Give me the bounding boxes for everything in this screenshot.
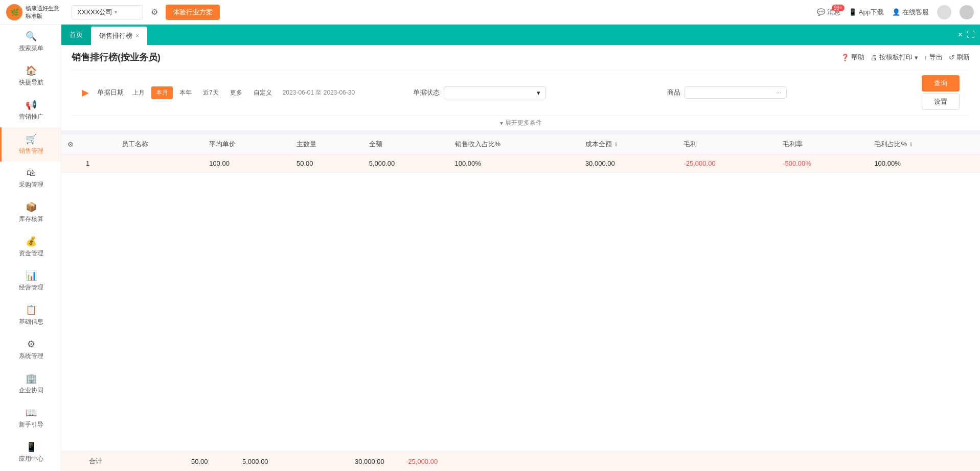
sidebar-item-system[interactable]: ⚙系统管理 xyxy=(0,332,61,367)
sidebar-item-operation[interactable]: 📊经营管理 xyxy=(0,264,61,298)
row-avg-price: 100.00 xyxy=(203,154,290,173)
tab-sales-ranking[interactable]: 销售排行榜 × xyxy=(91,27,147,45)
service-icon: 👤 xyxy=(892,8,900,16)
window-maximize-icon[interactable]: ⛶ xyxy=(967,30,975,39)
sidebar-item-appstore[interactable]: 📱应用中心 xyxy=(0,435,61,469)
app-download-button[interactable]: 📱 App下载 xyxy=(849,8,884,17)
row-name xyxy=(116,154,203,173)
page-title-row: 销售排行榜(按业务员) ❓ 帮助 🖨 按模板打印 ▾ ↑ xyxy=(72,51,970,63)
goods-input[interactable]: ··· xyxy=(685,86,787,99)
marketing-icon: 📢 xyxy=(26,99,37,110)
refresh-icon: ↺ xyxy=(949,54,954,61)
sidebar-item-purchase[interactable]: 🛍采购管理 xyxy=(0,162,61,195)
sidebar-item-guide[interactable]: 📖新手引导 xyxy=(0,401,61,435)
sidebar-item-label: 销售管理 xyxy=(19,147,43,155)
page-title: 销售排行榜(按业务员) xyxy=(72,51,161,63)
tab-close-icon[interactable]: × xyxy=(135,32,139,39)
expand-icon[interactable]: ▶ xyxy=(82,87,89,98)
col-sales-pct: 销售收入占比% xyxy=(449,134,579,154)
goods-label: 商品 xyxy=(667,88,680,97)
sidebar-item-finance[interactable]: 💰资金管理 xyxy=(0,230,61,264)
date-filter-tags: 上月本月本年近7天更多自定义 xyxy=(128,86,277,99)
enterprise-icon: 🏢 xyxy=(26,373,37,384)
row-quantity: 50.00 xyxy=(290,154,363,173)
status-label: 单据状态 xyxy=(413,88,440,97)
date-tag-自定义[interactable]: 自定义 xyxy=(249,86,277,99)
page-header: 销售排行榜(按业务员) ❓ 帮助 🖨 按模板打印 ▾ ↑ xyxy=(61,45,980,130)
sidebar-item-sales[interactable]: 🛒销售管理 xyxy=(0,127,61,162)
expand-more-button[interactable]: ▾ 展开更多条件 xyxy=(72,115,970,130)
window-close-icon[interactable]: × xyxy=(958,30,963,39)
help-button[interactable]: ❓ 帮助 xyxy=(841,53,864,62)
table-row: 1 100.00 50.00 5,000.00 100.00% 30,000.0… xyxy=(61,154,980,173)
status-chevron-icon: ▾ xyxy=(537,89,540,97)
footer-cost: 30,000.00 xyxy=(349,458,400,465)
date-label: 单据日期 xyxy=(97,88,124,97)
sidebar-item-search[interactable]: 🔍搜索菜单 xyxy=(0,25,61,59)
avatar2[interactable] xyxy=(960,5,974,19)
sidebar-item-enterprise[interactable]: 🏢企业协同 xyxy=(0,367,61,401)
logo-icon: 🌿 xyxy=(6,4,22,20)
footer-cells: 合计 50.00 5,000.00 30,000.00 xyxy=(67,457,974,466)
sidebar-item-basic[interactable]: 📋基础信息 xyxy=(0,298,61,332)
export-button[interactable]: ↑ 导出 xyxy=(924,53,943,62)
page-actions: ❓ 帮助 🖨 按模板打印 ▾ ↑ 导出 ↺ xyxy=(841,53,970,62)
col-settings[interactable]: ⚙ xyxy=(61,134,80,154)
col-amount: 全额 xyxy=(363,134,449,154)
refresh-button[interactable]: ↺ 刷新 xyxy=(949,53,970,62)
footer-total-label: 合计 xyxy=(83,457,185,466)
basic-icon: 📋 xyxy=(26,304,37,316)
sidebar-item-label: 营销推广 xyxy=(19,113,43,121)
footer-quantity: 50.00 xyxy=(185,458,236,465)
sidebar-item-label: 搜索菜单 xyxy=(19,44,43,53)
date-tag-本月[interactable]: 本月 xyxy=(151,86,173,99)
cost-info-icon[interactable]: ℹ xyxy=(615,141,617,147)
template-print-button[interactable]: 🖨 按模板打印 ▾ xyxy=(871,53,918,62)
operation-icon: 📊 xyxy=(26,270,37,281)
gross-pct-info-icon[interactable]: ℹ xyxy=(910,141,912,147)
system-icon: ⚙ xyxy=(27,339,35,350)
col-gross-rate: 毛利率 xyxy=(777,134,868,154)
quick-nav-icon: 🏠 xyxy=(26,65,37,76)
content-area: 首页 销售排行榜 × × ⛶ 销售排行榜(按业务员) ❓ 帮助 xyxy=(61,25,980,471)
row-gross-pct: 100.00% xyxy=(868,154,980,173)
finance-icon: 💰 xyxy=(26,236,37,247)
date-tag-上月[interactable]: 上月 xyxy=(128,86,149,99)
date-tag-更多[interactable]: 更多 xyxy=(225,86,247,99)
col-gross-pct: 毛利占比% ℹ xyxy=(868,134,980,154)
row-gross: -25,000.00 xyxy=(677,154,777,173)
inventory-icon: 📦 xyxy=(26,201,37,213)
sidebar-item-marketing[interactable]: 📢营销推广 xyxy=(0,93,61,127)
date-tag-本年[interactable]: 本年 xyxy=(175,86,196,99)
print-icon: 🖨 xyxy=(871,54,877,61)
filter-settings-button[interactable]: 设置 xyxy=(922,94,960,110)
goods-filter-row: 商品 ··· xyxy=(667,86,914,99)
table-area: ⚙ 员工名称 平均单价 主数量 全额 销售收入占比% 成本全额 ℹ 毛利 毛利率… xyxy=(61,134,980,471)
date-tag-近7天[interactable]: 近7天 xyxy=(198,86,223,99)
query-button[interactable]: 查询 xyxy=(922,75,960,92)
row-cost: 30,000.00 xyxy=(579,154,678,173)
footer-amount: 5,000.00 xyxy=(236,458,287,465)
avatar[interactable] xyxy=(937,5,951,19)
row-sales-pct: 100.00% xyxy=(449,154,579,173)
company-selector[interactable]: XXXXX公司 ▾ xyxy=(72,5,143,19)
message-icon: 💬 xyxy=(817,8,825,16)
settings-icon[interactable]: ⚙ xyxy=(147,5,162,19)
col-avg-price: 平均单价 xyxy=(203,134,290,154)
tab-home[interactable]: 首页 xyxy=(61,25,91,45)
sidebar-item-inventory[interactable]: 📦库存核算 xyxy=(0,195,61,230)
online-service-button[interactable]: 👤 在线客服 xyxy=(892,8,929,17)
trial-button[interactable]: 体验行业方案 xyxy=(166,5,220,20)
sidebar-item-quick-nav[interactable]: 🏠快捷导航 xyxy=(0,59,61,93)
messages-button[interactable]: 💬 消息 99+ xyxy=(817,8,840,17)
header-right: 💬 消息 99+ 📱 App下载 👤 在线客服 xyxy=(817,5,974,19)
status-select[interactable]: ▾ xyxy=(444,86,546,99)
more-icon: ··· xyxy=(776,89,781,96)
status-filter-row: 单据状态 ▾ xyxy=(413,86,659,99)
col-quantity: 主数量 xyxy=(290,134,363,154)
sidebar-item-label: 企业协同 xyxy=(19,386,43,395)
sidebar-item-label: 经营管理 xyxy=(19,283,43,292)
sidebar-item-label: 应用中心 xyxy=(19,455,43,463)
date-range: 2023-06-01 至 2023-06-30 xyxy=(283,88,355,97)
sidebar-item-label: 基础信息 xyxy=(19,318,43,326)
